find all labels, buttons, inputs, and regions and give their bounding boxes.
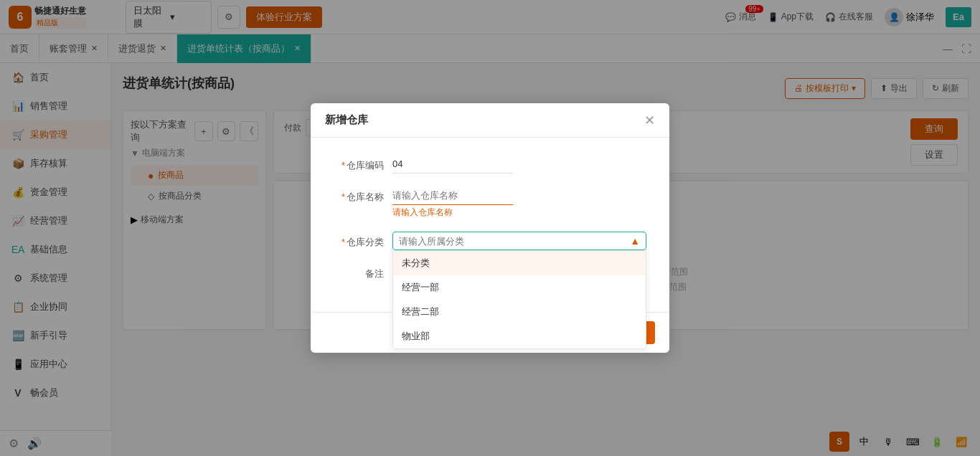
- category-input-row[interactable]: ▲: [392, 232, 646, 250]
- category-input[interactable]: [399, 236, 630, 247]
- category-dropdown-wrap: ▲ 未分类 经营一部 经营二部 物业部: [392, 232, 646, 250]
- modal-header: 新增仓库 ✕: [311, 103, 669, 138]
- name-input-wrap: 请输入仓库名称: [392, 186, 646, 219]
- code-label: *仓库编码: [334, 155, 384, 172]
- modal-body: *仓库编码 *仓库名称 请输入仓库名称 *仓库分类: [311, 138, 669, 312]
- dropdown-item-ops2[interactable]: 经营二部: [393, 300, 646, 324]
- modal-title: 新增仓库: [325, 113, 368, 127]
- name-error-message: 请输入仓库名称: [392, 206, 646, 219]
- modal-close-button[interactable]: ✕: [644, 114, 655, 127]
- dropdown-item-uncategorized[interactable]: 未分类: [393, 251, 646, 275]
- name-input[interactable]: [392, 186, 513, 205]
- code-row: *仓库编码: [334, 155, 646, 174]
- dropdown-item-ops1[interactable]: 经营一部: [393, 275, 646, 300]
- category-dropdown-list: 未分类 经营一部 经营二部 物业部: [392, 250, 646, 349]
- name-label: *仓库名称: [334, 186, 384, 204]
- code-input-wrap: [392, 155, 646, 174]
- new-warehouse-modal: 新增仓库 ✕ *仓库编码 *仓库名称 请输入仓库名称 *仓库分类: [311, 103, 669, 353]
- category-arrow-icon[interactable]: ▲: [630, 235, 640, 247]
- note-label: 备注: [334, 263, 384, 280]
- category-label: *仓库分类: [334, 232, 384, 249]
- category-row: *仓库分类 ▲ 未分类 经营一部 经营二部 物业部: [334, 232, 646, 250]
- name-row: *仓库名称 请输入仓库名称: [334, 186, 646, 219]
- code-input[interactable]: [392, 155, 513, 174]
- dropdown-item-property[interactable]: 物业部: [393, 324, 646, 348]
